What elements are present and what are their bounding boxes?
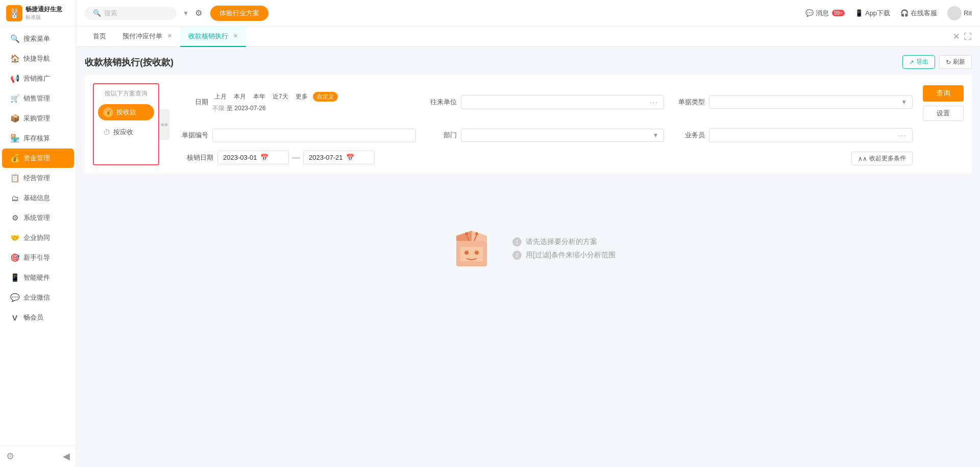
chevron-down-icon: ▼ [901,99,907,106]
tabs-bar: 首页 预付冲应付单 ✕ 收款核销执行 ✕ ✕ ⛶ [77,27,980,47]
service-label: 在线客服 [911,9,937,18]
service-icon: 🎧 [900,9,909,17]
collapse-filter-button[interactable]: «» [159,109,169,140]
logo-text-group: 畅捷通好生意 标准版 [26,5,62,21]
dept-field: 部门 ▼ [426,129,665,142]
basic-info-icon: 🗂 [10,194,19,203]
staff-dots-icon[interactable]: ··· [898,131,907,139]
date-shortcut-this-year[interactable]: 本年 [251,91,267,102]
industry-solution-button[interactable]: 体验行业方案 [210,6,268,21]
message-badge: 99+ [832,10,845,16]
user-profile[interactable]: Rit [947,6,972,20]
sidebar-item-sales[interactable]: 🛒 销售管理 [2,89,74,108]
search-menu-icon: 🔍 [10,34,19,43]
writeoff-date-start-input[interactable]: 2023-03-01 📅 [217,151,289,164]
calendar-end-icon: 📅 [346,154,354,161]
purchase-icon: 📦 [10,114,19,123]
hardware-icon: 📱 [10,273,19,282]
filter-option-by-receivable[interactable]: ⏱ 按应收 [98,125,154,140]
message-button[interactable]: 💬 消息 99+ [805,9,845,18]
filter-fields: 日期 上月 本月 本年 近7天 更多 自定义 [169,83,964,165]
tab-receipt-write-off-close-icon[interactable]: ✕ [233,33,238,39]
svg-point-7 [465,232,468,235]
enterprise-icon: 🤝 [10,233,19,242]
online-service-button[interactable]: 🎧 在线客服 [900,9,937,18]
user-name: Rit [964,9,972,17]
date-nolimit-text: 不限 [212,104,225,113]
app-download-button[interactable]: 📱 App下载 [855,9,890,18]
date-custom-badge[interactable]: 自定义 [313,92,338,102]
export-button[interactable]: ↗ 导出 [902,55,935,69]
message-label: 消息 [816,9,829,18]
dept-select[interactable]: ▼ [461,129,665,142]
sidebar-item-basic-info[interactable]: 🗂 基础信息 [2,188,74,208]
more-conditions-button[interactable]: ∧∧ 收起更多条件 [851,152,913,165]
sidebar-item-guide[interactable]: 🎯 新手引导 [2,248,74,267]
sidebar-item-finance[interactable]: 💰 资金管理 [2,149,74,168]
sidebar-item-label: 营销推广 [23,74,50,83]
tip-num-2: 2 [512,251,522,260]
sidebar-item-purchase[interactable]: 📦 采购管理 [2,109,74,128]
date-shortcut-this-month[interactable]: 本月 [232,91,248,102]
maximize-icon[interactable]: ⛶ [964,32,972,41]
sidebar-item-system[interactable]: ⚙ 系统管理 [2,208,74,228]
sidebar-item-operations[interactable]: 📋 经营管理 [2,168,74,188]
filter-option-by-receipt[interactable]: 💰 按收款 [98,104,154,120]
sidebar-item-hardware[interactable]: 📱 智能硬件 [2,268,74,287]
date-group: 上月 本月 本年 近7天 更多 自定义 不限 至 2023-07-26 [212,91,416,113]
writeoff-date-end-input[interactable]: 2023-07-21 📅 [303,151,375,164]
settings-bottom-icon[interactable]: ⚙ [6,451,14,462]
sidebar-logo: 🐰 畅捷通好生意 标准版 [0,0,76,27]
tab-prepay[interactable]: 预付冲应付单 ✕ [114,27,180,47]
query-button[interactable]: 查询 [923,85,964,102]
logo-badge: 标准版 [26,14,62,21]
marketing-icon: 📢 [10,74,19,83]
tab-prepay-label: 预付冲应付单 [122,32,162,41]
gear-icon[interactable]: ⚙ [195,8,202,18]
sidebar-item-enterprise[interactable]: 🤝 企业协同 [2,228,74,248]
page-title: 收款核销执行(按收款) [85,56,174,68]
staff-select[interactable]: ··· [709,128,913,142]
close-window-icon[interactable]: ✕ [953,32,960,41]
filter-actions: 查询 设置 [923,83,964,121]
filter-option-by-receipt-label: 按收款 [116,108,136,117]
refresh-label: 刷新 [953,58,965,66]
sidebar-item-marketing[interactable]: 📢 营销推广 [2,69,74,88]
dept-chevron-down-icon: ▼ [652,132,658,139]
counterparty-select[interactable]: ··· [461,95,665,109]
sales-icon: 🛒 [10,94,19,103]
operations-icon: 📋 [10,174,19,183]
doc-type-select[interactable]: ▼ [709,95,913,109]
counterparty-field: 往来单位 ··· [426,95,665,109]
sidebar-item-label: 基础信息 [23,193,50,203]
tab-home[interactable]: 首页 [85,27,114,47]
sidebar-item-label: 智能硬件 [23,273,50,282]
sidebar-bottom: ⚙ ◀ [0,445,76,467]
inventory-icon: 🏪 [10,134,19,143]
sidebar-item-inventory[interactable]: 🏪 库存核算 [2,129,74,148]
refresh-button[interactable]: ↻ 刷新 [939,55,972,69]
sidebar-item-vip[interactable]: V 畅会员 [2,308,74,327]
sidebar-item-search[interactable]: 🔍 搜索菜单 [2,29,74,48]
tab-prepay-close-icon[interactable]: ✕ [167,33,172,39]
user-avatar [947,6,962,20]
date-shortcut-7days[interactable]: 近7天 [271,91,290,102]
dropdown-arrow-icon[interactable]: ▼ [183,10,189,17]
date-nolimit-row: 不限 至 2023-07-26 [212,104,416,113]
writeoff-date-start-value: 2023-03-01 [223,154,257,161]
doc-no-field: 单据编号 [178,129,416,142]
sidebar-item-quick-nav[interactable]: 🏠 快捷导航 [2,49,74,68]
date-shortcut-more[interactable]: 更多 [293,91,310,102]
export-label: 导出 [916,58,928,66]
sidebar-item-label: 企业协同 [23,233,50,242]
doc-no-input[interactable] [212,129,416,142]
export-icon: ↗ [909,59,914,66]
tab-receipt-write-off[interactable]: 收款核销执行 ✕ [180,27,246,47]
collapse-sidebar-icon[interactable]: ◀ [63,451,70,462]
counterparty-dots-icon[interactable]: ··· [650,98,659,106]
sidebar-item-wechat[interactable]: 💬 企业微信 [2,288,74,307]
setting-button[interactable]: 设置 [923,106,964,121]
date-shortcut-last-month[interactable]: 上月 [212,91,229,102]
sidebar-item-label: 库存核算 [23,134,50,143]
topbar-search-box[interactable]: 🔍 搜索 [85,7,177,20]
